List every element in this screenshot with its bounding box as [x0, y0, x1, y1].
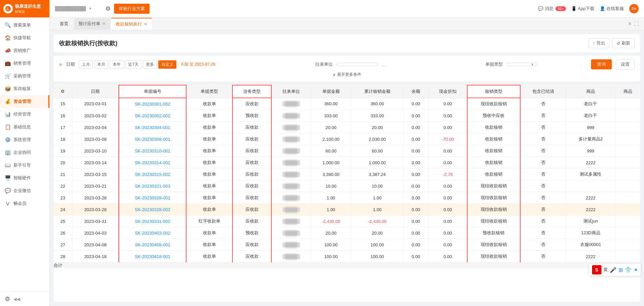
sidebar-item-enterprise[interactable]: 🏢 企业协同 — [0, 146, 49, 159]
row-no: 20 — [54, 157, 72, 169]
basic-icon: 📋 — [5, 124, 11, 130]
bill-no-link[interactable]: SK-20230310-001 — [135, 148, 170, 154]
bill-no-link[interactable]: SK-20230408-001 — [135, 242, 170, 247]
bill-no-link[interactable]: SK-20230314-001 — [135, 160, 170, 165]
th-balance[interactable]: 余额 — [404, 85, 428, 98]
date-btn-this-month[interactable]: 本月 — [94, 60, 108, 69]
th-amount[interactable]: 单据金额 — [311, 85, 351, 98]
sidebar-item-inventory[interactable]: 📦 库存核算 — [0, 82, 49, 95]
table-row: 22 2023-03-21 SK-20230321-003 收款单 应收款 ██… — [54, 180, 640, 192]
setting-btn[interactable]: 设置 — [616, 59, 635, 70]
row-balance: 0.00 — [404, 239, 428, 251]
sidebar-item-system[interactable]: ⚙️ 系统管理 — [0, 133, 49, 146]
query-btn[interactable]: 查询 — [591, 59, 612, 69]
user-avatar[interactable]: Rit — [629, 4, 639, 13]
th-biz-type[interactable]: 业务类型 — [232, 85, 272, 98]
bill-no-link[interactable]: SK-20230302-002 — [135, 113, 170, 118]
table-row: 18 2023-03-08 SK-20230308-001 收款单 应收款 ██… — [54, 133, 640, 145]
sidebar-item-purchase[interactable]: 🛒 采购管理 — [0, 70, 49, 82]
counterpart-input[interactable] — [337, 63, 378, 66]
tab-collect[interactable]: 收款核销执行 ✕ — [111, 18, 152, 30]
date-btn-custom[interactable]: 自定义 — [158, 60, 176, 69]
row-bill-no: SK-20230418-001 — [119, 251, 186, 262]
tab-collect-close[interactable]: ✕ — [144, 22, 147, 26]
sidebar-item-operation[interactable]: 📊 经营管理 — [0, 108, 49, 121]
row-bill-no: SK-20230301-002 — [119, 98, 186, 110]
th-total-cancel[interactable]: 累计核销金额 — [351, 85, 404, 98]
th-cancel-type[interactable]: 核销类型 — [467, 85, 520, 98]
bill-no-link[interactable]: SK-20230403-002 — [135, 231, 170, 236]
refresh-btn[interactable]: ↺ 刷新 — [612, 38, 635, 48]
row-no: 18 — [54, 133, 72, 145]
tab-home[interactable]: 首页 — [55, 18, 73, 29]
bill-no-link[interactable]: SK-20230315-002 — [135, 172, 170, 177]
sidebar-item-finance[interactable]: 💰 资金管理 — [0, 95, 49, 108]
bill-no-link[interactable]: SK-20230328-001 — [135, 195, 170, 200]
collapse-icon[interactable]: ◀◀ — [13, 297, 20, 302]
sidebar-item-wechat[interactable]: 💬 企业微信 — [0, 184, 49, 197]
row-total-cancel: 1.00 — [351, 192, 404, 204]
bill-no-link[interactable]: SK-20230328-002 — [135, 207, 170, 212]
bill-no-link[interactable]: SK-20230304-001 — [135, 125, 170, 130]
row-date: 2023-04-18 — [72, 251, 119, 262]
industry-btn[interactable]: 体验行业方案 — [114, 4, 150, 14]
sidebar-item-hardware[interactable]: 🖥️ 智能硬件 — [0, 172, 49, 184]
sidebar-item-marketing[interactable]: 📣 营销推广 — [0, 44, 49, 57]
row-amount: 60.00 — [311, 145, 351, 157]
th-goods2[interactable]: 商品 — [615, 85, 640, 98]
row-amount: 100.00 — [311, 239, 351, 251]
settings-footer-icon[interactable]: ⚙ — [5, 295, 10, 303]
tab-close-all-icon[interactable]: ✕ — [628, 21, 632, 26]
date-btn-last-month[interactable]: 上月 — [79, 60, 93, 69]
row-goods1: 测试多属性 — [566, 169, 615, 180]
th-bill-type[interactable]: 单据类型 — [186, 85, 232, 98]
sidebar-item-member[interactable]: V 畅会员 — [0, 197, 49, 210]
row-counterpart: ████ — [271, 122, 311, 133]
row-balance: 0.00 — [404, 110, 428, 122]
th-counterpart[interactable]: 往来单位 — [271, 85, 311, 98]
row-bill-no: SK-20230408-001 — [119, 239, 186, 251]
tab-prepay-close[interactable]: ✕ — [102, 21, 106, 26]
row-bill-no: SK-20230302-002 — [119, 110, 186, 122]
bill-no-link[interactable]: SK-20230308-001 — [135, 137, 170, 142]
sidebar-item-search[interactable]: 🔍 搜索菜单 — [0, 19, 49, 32]
expand-conditions-btn[interactable]: ∨ 展开更多条件 — [333, 72, 361, 77]
row-included: 否 — [520, 145, 566, 157]
date-btn-7days[interactable]: 近7天 — [125, 60, 142, 69]
guide-icon: 📖 — [5, 162, 11, 168]
sidebar-item-quick[interactable]: 🏠 快捷导航 — [0, 32, 49, 44]
th-settings[interactable]: ⚙ — [54, 85, 72, 98]
sidebar-item-sales[interactable]: 💼 销售管理 — [0, 57, 49, 70]
sidebar-item-guide[interactable]: 📖 新手引导 — [0, 159, 49, 172]
th-included[interactable]: 包含已结清 — [520, 85, 566, 98]
date-btn-this-year[interactable]: 本年 — [110, 60, 124, 69]
th-goods1[interactable]: 商品 — [566, 85, 615, 98]
tab-prepay[interactable]: 预计应付单 ✕ — [74, 18, 110, 29]
row-date: 2023-03-14 — [72, 157, 119, 169]
row-cancel-type: 预收款核销 — [467, 227, 520, 239]
row-bill-type: 收款单 — [186, 133, 232, 145]
service-icon: 👤 — [600, 6, 605, 11]
bill-no-link[interactable]: SK-20230418-001 — [135, 254, 170, 259]
bill-no-link[interactable]: SK-20230301-002 — [135, 102, 170, 107]
bill-type-select[interactable]: ▼ — [507, 63, 537, 66]
message-icon: 💬 — [538, 6, 543, 11]
row-date: 2023-03-28 — [72, 204, 119, 216]
export-btn[interactable]: ↑ 导出 — [589, 38, 610, 48]
table-row: 26 2023-04-03 SK-20230403-002 收款单 预收款 ██… — [54, 227, 640, 239]
topbar-gear-icon[interactable]: ⚙ — [105, 5, 111, 12]
th-date[interactable]: 日期 — [72, 85, 119, 98]
th-discount[interactable]: 现金折扣 — [428, 85, 467, 98]
tab-fullscreen-icon[interactable]: ⛶ — [634, 21, 639, 26]
bill-no-link[interactable]: SK-20230321-003 — [135, 184, 170, 189]
messages-btn[interactable]: 💬 消息 99+ — [538, 6, 566, 12]
sidebar-item-basic[interactable]: 📋 基础信息 — [0, 121, 49, 133]
service-btn[interactable]: 👤 在线客服 — [600, 6, 624, 12]
th-bill-no[interactable]: 单据编号 — [119, 85, 186, 98]
app-download-btn[interactable]: 📱 App下载 — [571, 6, 594, 12]
logo-text: 畅康道好生意 标推版 — [15, 4, 41, 14]
date-btn-more[interactable]: 更多 — [143, 60, 157, 69]
logo-icon: 6 — [3, 4, 13, 13]
bill-no-link[interactable]: SK-20230331-002 — [135, 219, 170, 224]
filter-expand-left-btn[interactable]: » — [59, 61, 62, 67]
